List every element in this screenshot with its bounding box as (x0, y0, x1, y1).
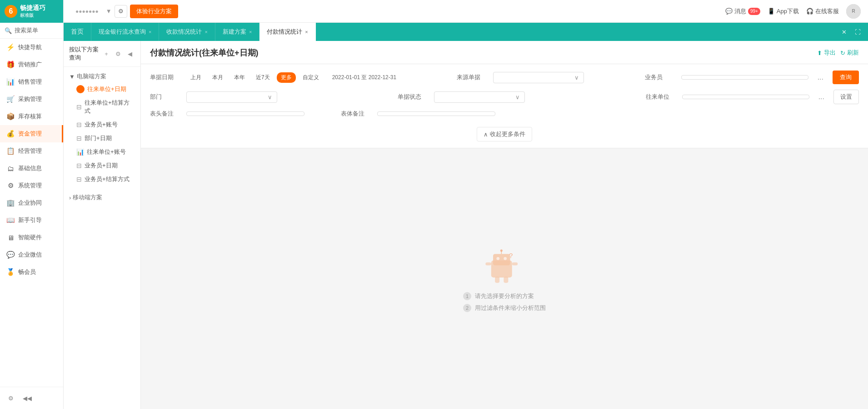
export-btn[interactable]: ⬆ 导出 (817, 49, 836, 57)
date-btn-last-month[interactable]: 上月 (186, 72, 205, 83)
sidebar-item-label: 企业微信 (18, 251, 42, 259)
sidebar-item-label: 快捷导航 (18, 43, 42, 51)
page-actions: ⬆ 导出 ↻ 刷新 (817, 49, 859, 57)
settings-btn[interactable]: 设置 (833, 90, 859, 104)
scheme-item-label: 业务员+结算方式 (85, 175, 130, 183)
scheme-item-unit-date[interactable]: 往来单位+日期 (69, 82, 135, 96)
sidebar-collapse-btn[interactable]: ◀◀ (21, 392, 34, 404)
staff-label: 业务员 (645, 73, 672, 81)
collapse-icon: ∧ (484, 131, 488, 138)
scheme-item-staff-account[interactable]: ⊟ 业务员+账号 (69, 118, 135, 131)
avatar-initials: R (846, 4, 861, 19)
dept-label: 部门 (150, 93, 177, 101)
trial-btn[interactable]: 体验行业方案 (130, 5, 178, 18)
sidebar-item-system[interactable]: ⚙ 系统管理 (0, 177, 63, 194)
source-select-arrow: ∨ (574, 74, 579, 81)
sidebar-item-member[interactable]: 🏅 畅会员 (0, 263, 63, 281)
voucher-status-select[interactable]: ∨ (434, 91, 525, 103)
scheme-item-staff-settle[interactable]: ⊟ 业务员+结算方式 (69, 172, 135, 186)
scheme-section-mobile-title[interactable]: › 移动端方案 (69, 192, 135, 203)
online-service-btn[interactable]: 🎧 在线客服 (806, 7, 839, 15)
sidebar-settings-btn[interactable]: ⚙ (5, 392, 17, 404)
sidebar-item-hardware[interactable]: 🖥 智能硬件 (0, 229, 63, 246)
scheme-item-label: 往来单位+日期 (87, 85, 126, 93)
tab-bank-close[interactable]: × (149, 29, 151, 35)
tab-home-label: 首页 (71, 28, 84, 36)
sidebar-item-guide[interactable]: 📖 新手引导 (0, 212, 63, 229)
staff-dots[interactable]: ... (818, 73, 823, 81)
topbar-dropdown-arrow[interactable]: ▼ (106, 8, 112, 15)
svg-rect-6 (485, 262, 491, 265)
data-area: ? 1 请先选择要分析的方案 2 用过滤条件来缩小分析范围 (141, 148, 868, 409)
system-icon: ⚙ (6, 182, 15, 190)
table-body-note-input[interactable] (377, 111, 495, 116)
voucher-status-label: 单据状态 (398, 93, 425, 101)
sidebar-item-label: 基础信息 (18, 164, 42, 172)
scheme-settings-btn[interactable]: ⚙ (113, 49, 123, 59)
page-title: 付款情况统计(往来单位+日期) (150, 47, 259, 58)
scheme-item-dept-date[interactable]: ⊟ 部门+日期 (69, 131, 135, 145)
topbar-settings-btn[interactable]: ⚙ (115, 5, 127, 18)
scheme-item-staff-date[interactable]: ⊟ 业务员+日期 (69, 159, 135, 172)
scheme-item-icon: ⊟ (76, 162, 82, 169)
sidebar-item-sales[interactable]: 📊 销售管理 (0, 73, 63, 91)
date-options: 上月 本月 本年 近7天 更多 自定义 (186, 72, 323, 83)
query-btn[interactable]: 查询 (833, 71, 859, 84)
app-download-btn[interactable]: 📱 App下载 (768, 7, 799, 15)
dept-select[interactable]: ∨ (186, 91, 277, 103)
tab-bank[interactable]: 现金银行流水查询 × (91, 23, 159, 41)
scheme-item-label: 业务员+账号 (85, 121, 118, 129)
date-btn-more[interactable]: 更多 (277, 72, 296, 83)
scheme-item-unit-account[interactable]: 📊 往来单位+账号 (69, 145, 135, 159)
table-header-note-label: 表头备注 (150, 110, 177, 118)
dept-select-arrow: ∨ (268, 94, 272, 101)
tab-receipt-close[interactable]: × (205, 29, 207, 35)
export-label: 导出 (824, 49, 836, 57)
sidebar: 6 畅捷通巧 标准版 🔍 搜索菜单 ⚡ 快捷导航 🎁 营销推广 📊 销售管理 🛒… (0, 0, 64, 409)
sidebar-item-finance[interactable]: 💰 资金管理 (0, 125, 63, 142)
source-label: 来源单据 (457, 73, 484, 81)
source-select[interactable]: ∨ (493, 72, 584, 83)
sidebar-item-basic[interactable]: 🗂 基础信息 (0, 160, 63, 177)
notification-btn[interactable]: 💬 消息 99+ (725, 7, 760, 15)
scheme-section-desktop-title[interactable]: ▼ 电脑端方案 (69, 71, 135, 82)
sidebar-item-marketing[interactable]: 🎁 营销推广 (0, 56, 63, 73)
tab-new-scheme[interactable]: 新建方案 × (215, 23, 259, 41)
page-title-row: 付款情况统计(往来单位+日期) ⬆ 导出 ↻ 刷新 (150, 47, 859, 58)
scheme-add-btn[interactable]: + (101, 49, 111, 59)
user-avatar[interactable]: R (846, 4, 861, 19)
date-btn-last-7[interactable]: 近7天 (252, 72, 274, 83)
counterpart-input[interactable] (682, 95, 809, 99)
svg-rect-7 (512, 262, 518, 265)
staff-input[interactable] (681, 75, 808, 80)
date-btn-custom[interactable]: 自定义 (299, 72, 323, 83)
scheme-section-mobile: › 移动端方案 (64, 188, 140, 205)
counterpart-dots[interactable]: ... (818, 93, 824, 101)
date-btn-this-year[interactable]: 本年 (230, 72, 249, 83)
sidebar-item-purchase[interactable]: 🛒 采购管理 (0, 91, 63, 108)
sidebar-item-operation[interactable]: 📋 经营管理 (0, 142, 63, 160)
tab-payment-close[interactable]: × (305, 29, 308, 35)
tab-new-scheme-close[interactable]: × (249, 29, 252, 35)
sidebar-item-wechat[interactable]: 💬 企业微信 (0, 246, 63, 263)
content-area: 按以下方案查询 + ⚙ ◀ ▼ 电脑端方案 往来单位+日期 ⊟ (64, 41, 868, 409)
tab-close-all-btn[interactable]: ✕ (838, 26, 850, 38)
collapse-more-btn[interactable]: ∧ 收起更多条件 (477, 127, 532, 141)
sidebar-item-enterprise[interactable]: 🏢 企业协同 (0, 194, 63, 212)
scheme-collapse-btn[interactable]: ◀ (125, 49, 135, 59)
sidebar-item-quick-nav[interactable]: ⚡ 快捷导航 (0, 39, 63, 56)
date-btn-this-month[interactable]: 本月 (208, 72, 227, 83)
table-header-note-input[interactable] (186, 111, 304, 116)
refresh-btn[interactable]: ↻ 刷新 (840, 49, 859, 57)
scheme-item-unit-settle[interactable]: ⊟ 往来单位+结算方式 (69, 96, 135, 118)
section-arrow: ▼ (69, 73, 75, 80)
tab-payment[interactable]: 付款情况统计 × (259, 23, 315, 41)
tab-receipt[interactable]: 收款情况统计 × (159, 23, 215, 41)
tab-maximize-btn[interactable]: ⛶ (852, 26, 863, 38)
tabbar-actions: ✕ ⛶ (833, 23, 868, 41)
sidebar-item-inventory[interactable]: 📦 库存核算 (0, 108, 63, 125)
main: ●●●●●●● ▼ ⚙ 体验行业方案 💬 消息 99+ 📱 App下载 🎧 在线… (64, 0, 868, 409)
logo-icon: 6 (5, 5, 17, 18)
sidebar-search[interactable]: 🔍 搜索菜单 (0, 23, 63, 39)
tab-home[interactable]: 首页 (64, 23, 91, 41)
